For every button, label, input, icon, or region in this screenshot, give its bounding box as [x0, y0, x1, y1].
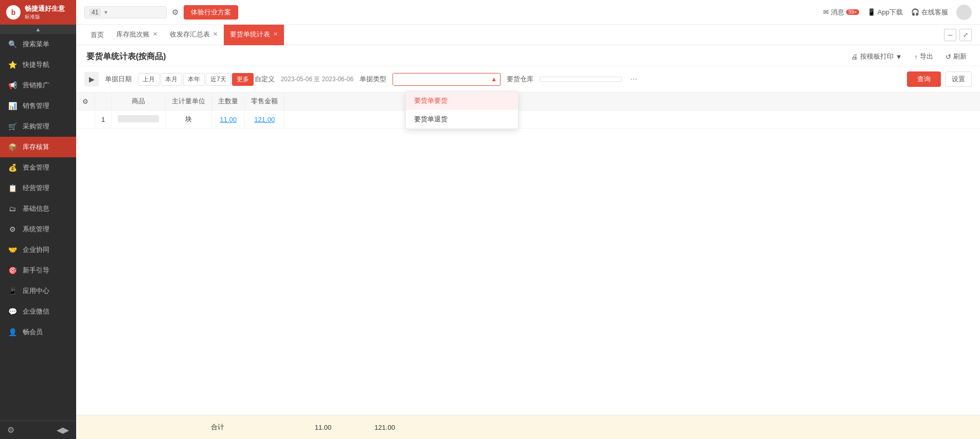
app-subtitle: 标准版	[25, 13, 65, 20]
print-btn[interactable]: 🖨 按模板打印 ▼	[848, 50, 905, 63]
basic-icon: 🗂	[7, 204, 17, 214]
query-btn[interactable]: 查询	[907, 71, 941, 87]
tab-batch[interactable]: 库存批次账 ✕	[110, 25, 164, 45]
sidebar-scroll-up[interactable]: ▲	[0, 25, 76, 34]
custom-label: 自定义	[255, 75, 275, 84]
export-btn[interactable]: ↑ 导出	[912, 50, 937, 63]
last7-btn[interactable]: 近7天	[206, 73, 231, 86]
message-icon: ✉	[823, 8, 829, 16]
th-index	[95, 93, 112, 111]
app-download-label: App下载	[878, 8, 903, 17]
tab-home[interactable]: 首页	[84, 25, 110, 45]
user-avatar[interactable]	[956, 5, 972, 20]
sidebar-item-guide[interactable]: 🎯新手引导	[0, 260, 76, 281]
sidebar-item-inventory[interactable]: 📦库存核算	[0, 137, 76, 157]
refresh-label: 刷新	[953, 52, 967, 61]
th-unit: 主计量单位	[166, 93, 212, 111]
sidebar-item-member[interactable]: 👤畅会员	[0, 322, 76, 342]
sidebar-item-operations[interactable]: 📋经营管理	[0, 178, 76, 198]
sidebar-item-purchase[interactable]: 🛒采购管理	[0, 116, 76, 137]
sidebar-item-system[interactable]: ⚙系统管理	[0, 219, 76, 240]
sidebar-item-marketing[interactable]: 📢营销推广	[0, 75, 76, 96]
operations-icon: 📋	[7, 183, 17, 193]
dropdown-item-1[interactable]: 要货单退货	[406, 110, 518, 129]
more-btn[interactable]: 更多	[232, 73, 254, 86]
sidebar-item-finance[interactable]: 💰资金管理	[0, 157, 76, 178]
th-settings[interactable]: ⚙	[76, 93, 95, 111]
page-header: 要货单统计表(按商品) 🖨 按模板打印 ▼ ↑ 导出 ↺ 刷新	[76, 45, 980, 66]
finance-icon: 💰	[7, 162, 17, 173]
messages-btn[interactable]: ✉ 消息 99+	[823, 8, 859, 17]
sidebar-item-label-guide: 新手引导	[23, 266, 49, 275]
table-header-row: ⚙ 商品 主计量单位 主数量 零售金额	[76, 93, 980, 111]
count-badge: 41	[89, 8, 101, 16]
th-amount: 零售金额	[245, 93, 284, 111]
sidebar-item-label-wechat: 企业微信	[23, 307, 49, 316]
sidebar-item-label-quicknav: 快捷导航	[23, 60, 49, 69]
sidebar: b 畅捷通好生意 标准版 ▲ 🔍搜索菜单⭐快捷导航📢营销推广📊销售管理🛒采购管理…	[0, 0, 76, 439]
order-type-input[interactable]	[393, 74, 488, 85]
refresh-icon: ↺	[946, 53, 951, 61]
this-month-btn[interactable]: 本月	[161, 73, 182, 86]
online-service-btn[interactable]: 🎧 在线客服	[911, 8, 948, 17]
row-quantity: 11.00	[212, 111, 245, 129]
settings-icon[interactable]: ⚙	[7, 425, 14, 435]
sidebar-item-search[interactable]: 🔍搜索菜单	[0, 34, 76, 54]
warehouse-label: 要货仓库	[507, 75, 533, 84]
print-label: 按模板打印	[860, 52, 894, 61]
filter-expand-btn[interactable]: ▶	[84, 72, 99, 86]
app-title: 畅捷通好生意	[25, 5, 65, 13]
dropdown-item-0[interactable]: 要货单要货	[406, 92, 518, 110]
logo-icon: b	[6, 5, 21, 20]
tab-inout[interactable]: 收发存汇总表 ✕	[164, 25, 224, 45]
tab-order-stat-close[interactable]: ✕	[273, 31, 278, 38]
sidebar-item-sales[interactable]: 📊销售管理	[0, 96, 76, 116]
order-type-select[interactable]: ▲	[393, 73, 501, 86]
topbar-gear-icon[interactable]: ⚙	[172, 8, 179, 17]
footer-unit-spacer	[230, 424, 292, 430]
app-download-btn[interactable]: 📱 App下载	[867, 8, 903, 17]
filter-more-icon[interactable]: ···	[630, 75, 637, 84]
tab-minimize-btn[interactable]: ─	[944, 29, 956, 41]
refresh-btn[interactable]: ↺ 刷新	[942, 50, 970, 63]
sidebar-item-label-operations: 经营管理	[23, 184, 49, 193]
topbar-left: 41 ▼ ⚙ 体验行业方案	[84, 5, 238, 20]
purchase-icon: 🛒	[7, 121, 17, 132]
trial-button[interactable]: 体验行业方案	[184, 5, 238, 20]
sidebar-item-label-purchase: 采购管理	[23, 122, 49, 131]
sidebar-item-collab[interactable]: 🤝企业协同	[0, 240, 76, 260]
marketing-icon: 📢	[7, 80, 17, 90]
export-label: 导出	[920, 52, 933, 61]
print-icon: 🖨	[851, 53, 858, 61]
tab-expand-btn[interactable]: ⤢	[959, 29, 972, 41]
last-month-btn[interactable]: 上月	[138, 73, 159, 86]
sidebar-item-basic[interactable]: 🗂基础信息	[0, 198, 76, 219]
tab-batch-close[interactable]: ✕	[153, 31, 157, 38]
tabs-bar: 首页 库存批次账 ✕ 收发存汇总表 ✕ 要货单统计表 ✕ ─ ⤢	[76, 25, 980, 45]
tab-order-stat[interactable]: 要货单统计表 ✕	[224, 25, 284, 45]
search-icon: 🔍	[7, 39, 17, 49]
settings-btn[interactable]: 设置	[945, 71, 972, 87]
this-year-btn[interactable]: 本年	[183, 73, 205, 86]
inventory-icon: 📦	[7, 142, 17, 152]
sidebar-item-quicknav[interactable]: ⭐快捷导航	[0, 54, 76, 75]
filter-bar: ▶ 单据日期 上月 本月 本年 近7天 更多 自定义 2023-05-06 至 …	[76, 66, 980, 93]
collapse-icon[interactable]: ◀▶	[57, 425, 69, 435]
export-icon: ↑	[915, 53, 918, 61]
sidebar-nav: 🔍搜索菜单⭐快捷导航📢营销推广📊销售管理🛒采购管理📦库存核算💰资金管理📋经营管理…	[0, 34, 76, 420]
sidebar-item-label-system: 系统管理	[23, 225, 49, 234]
sidebar-item-label-collab: 企业协同	[23, 245, 49, 254]
sidebar-item-label-search: 搜索菜单	[23, 40, 49, 49]
app-logo: b 畅捷通好生意 标准版	[0, 0, 76, 25]
row-amount: 121.00	[245, 111, 284, 129]
th-extra	[284, 93, 980, 111]
sidebar-item-appstore[interactable]: 📱应用中心	[0, 281, 76, 301]
quicknav-icon: ⭐	[7, 60, 17, 70]
warehouse-input[interactable]	[540, 77, 622, 82]
collab-icon: 🤝	[7, 245, 17, 255]
sidebar-item-wechat[interactable]: 💬企业微信	[0, 301, 76, 322]
data-table: ⚙ 商品 主计量单位 主数量 零售金额 1	[76, 93, 980, 129]
topbar-search[interactable]: 41 ▼	[84, 6, 167, 19]
tab-inout-close[interactable]: ✕	[213, 31, 218, 38]
select-arrow-icon[interactable]: ▲	[488, 76, 500, 83]
